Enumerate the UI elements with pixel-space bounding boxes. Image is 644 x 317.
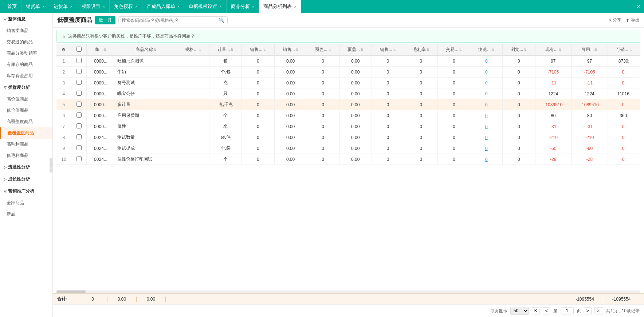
th-unit[interactable]: 计量...⇅ [209,44,242,56]
prev-page-button[interactable]: < [543,307,550,314]
table-cell[interactable]: 0 [470,88,503,99]
nav-role-auth[interactable]: 角色授权 × [110,0,142,13]
table-cell[interactable] [71,110,86,121]
th-coverage2[interactable]: 覆盖...⇅ [339,44,372,56]
th-spec[interactable]: 规格...⇅ [177,44,209,56]
sidebar-item-high-coverage[interactable]: 高覆盖度商品 [0,116,52,127]
sidebar-item-low-coverage[interactable]: 低覆盖度商品 [0,127,52,139]
table-cell[interactable]: 0 [470,99,503,110]
nav-purchase-order[interactable]: 进货单 × [49,0,77,13]
sidebar-section-liquidity[interactable]: ▷ 流通性分析 [0,161,52,173]
search-input[interactable] [122,18,219,23]
th-checkbox[interactable] [71,44,86,56]
next-page-button[interactable]: > [584,307,592,314]
table-cell: 0 [503,132,535,143]
nav-sales-order[interactable]: 销货单 × [21,0,49,13]
th-browse2[interactable]: 浏览...⇅ [503,44,535,56]
nav-product-analysis-list[interactable]: 商品分析列表 × [259,0,301,13]
filter-period-button[interactable]: 近一月 [95,16,115,24]
page-size-select[interactable]: 50 20 100 [510,307,529,315]
share-button[interactable]: ⎘ 分享 [609,17,621,23]
th-code[interactable]: 商...⇅ [87,44,115,56]
th-browse1[interactable]: 浏览...⇅ [470,44,503,56]
sidebar-item-inventory-capital[interactable]: 库存资金占用 [0,70,52,82]
sidebar-item-stocked-products[interactable]: 有库存的商品 [0,59,52,70]
sidebar-item-high-margin[interactable]: 高毛利商品 [0,139,52,150]
nav-product-inbound[interactable]: 产成品入库单 × [142,0,184,13]
table-cell: 3 [56,78,71,88]
sidebar-section-cluster[interactable]: ▽ 类群度分析 [0,82,52,94]
th-trade[interactable]: 交易...⇅ [438,44,470,56]
table-cell: 0 [404,143,437,154]
table-cell: 80 [572,110,608,121]
nav-template-settings[interactable]: 单据模板设置 × [184,0,226,13]
sort-icon: ⇅ [594,48,597,52]
sidebar-section-overall[interactable]: ▽ 整体信息 [0,13,52,25]
table-cell[interactable]: 0 [470,78,503,88]
table-cell[interactable] [71,154,86,165]
nav-close-icon[interactable]: × [219,4,221,9]
table-cell: 0 [242,110,274,121]
page-number-input[interactable] [561,307,574,314]
nav-close-icon[interactable]: × [42,4,44,9]
table-cell[interactable]: 0 [470,143,503,154]
th-saleable[interactable]: 可销...⇅ [608,44,640,56]
table-cell[interactable] [71,132,86,143]
sidebar-item-sales-products[interactable]: 销售类商品 [0,25,52,36]
th-settings[interactable]: ⚙ [56,44,71,56]
table-cell[interactable] [71,67,86,78]
table-cell[interactable]: 0 [470,121,503,132]
export-button[interactable]: ⬆ 导出 [626,17,640,23]
sidebar-item-low-value[interactable]: 低价值商品 [0,105,52,116]
scrollbar-thumb[interactable] [56,290,86,293]
nav-close-icon[interactable]: × [177,4,180,9]
table-cell[interactable] [71,99,86,110]
table-row: 70000...属性米00.0000.0000000-31-310: [56,121,640,132]
table-cell[interactable]: 0 [470,56,503,67]
nav-close-icon[interactable]: × [252,4,254,9]
th-sales-count[interactable]: 销售...⇅ [372,44,404,56]
table-cell[interactable] [71,143,86,154]
th-sales-amt[interactable]: 销售...⇅ [274,44,307,56]
table-cell[interactable]: 0 [470,110,503,121]
sidebar-item-high-value[interactable]: 高价值商品 [0,94,52,105]
table-cell: 0 [307,121,339,132]
th-available-stock[interactable]: 可用...⇅ [572,44,608,56]
table-cell[interactable]: 0 [470,154,503,165]
nav-close-icon[interactable]: × [70,4,72,9]
table-cell: 0 [503,99,535,110]
sidebar-section-marketing[interactable]: ▽ 营销推广分析 [0,185,52,197]
table-cell[interactable]: 0 [470,132,503,143]
table-cell [177,78,209,88]
nav-close-icon-active[interactable]: × [294,4,296,9]
table-cell[interactable] [71,78,86,88]
th-name[interactable]: 商品名称⇅ [115,44,177,56]
nav-permission-settings[interactable]: 权限设置 × [77,0,110,13]
sidebar-collapse-button[interactable]: « [50,158,53,173]
horizontal-scrollbar[interactable] [56,290,640,293]
nav-close-icon[interactable]: × [135,4,137,9]
last-page-button[interactable]: >| [594,307,603,314]
table-cell: 8 [56,132,71,143]
sidebar-item-all-products[interactable]: 全部商品 [0,197,52,209]
nav-product-analysis[interactable]: 商品分析 × [227,0,259,13]
sidebar-item-category-rate[interactable]: 商品分类动销率 [0,48,52,59]
nav-close-icon[interactable]: × [103,4,105,9]
table-cell[interactable] [71,121,86,132]
select-all-checkbox[interactable] [76,47,82,52]
first-page-button[interactable]: K [532,307,540,314]
sidebar-item-low-margin[interactable]: 低毛利商品 [0,150,52,161]
table-cell[interactable]: 0 [470,67,503,78]
sidebar-item-new-products[interactable]: 新品 [0,209,52,220]
window-close-button[interactable]: × [637,3,640,10]
th-coverage1[interactable]: 覆盖...⇅ [307,44,339,56]
nav-home[interactable]: 首页 [3,0,21,13]
table-cell[interactable] [71,88,86,99]
table-cell[interactable] [71,56,86,67]
th-current-stock[interactable]: 现有...⇅ [535,44,572,56]
table-row: 40000...眠宝公仔只00.0000.0000000122412241101… [56,88,640,99]
th-gross-margin[interactable]: 毛利率⇅ [404,44,437,56]
sidebar-section-growth[interactable]: ▷ 成长性分析 [0,173,52,185]
th-sales-qty[interactable]: 销售...⇅ [242,44,274,56]
sidebar-item-traded-products[interactable]: 交易过的商品 [0,36,52,48]
